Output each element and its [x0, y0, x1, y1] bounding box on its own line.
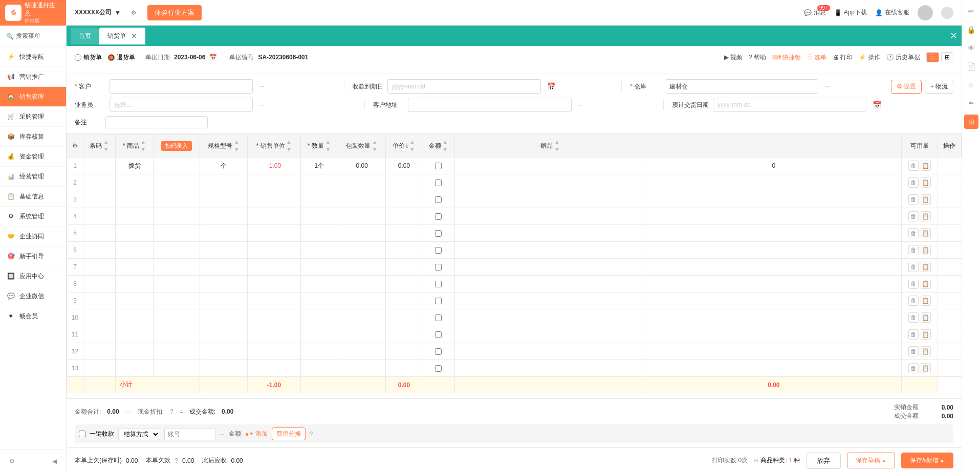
copy-icon[interactable]: 📋 — [921, 211, 931, 221]
gift-checkbox[interactable] — [435, 179, 442, 186]
right-icon-lock[interactable]: 🔒 — [964, 22, 978, 37]
customer-address-input[interactable] — [408, 98, 572, 112]
delete-icon[interactable]: 🗑 — [908, 312, 919, 323]
row-amount[interactable] — [386, 225, 422, 242]
row-amount[interactable] — [386, 259, 422, 276]
tab-sales[interactable]: 销货单 ✕ — [99, 28, 145, 44]
gift-checkbox[interactable] — [435, 264, 442, 271]
row-price[interactable] — [338, 360, 386, 377]
app-download-item[interactable]: 📱 App下载 — [834, 8, 867, 17]
delete-icon[interactable]: 🗑 — [908, 245, 919, 255]
row-gift[interactable] — [422, 157, 454, 174]
row-product[interactable] — [116, 174, 153, 191]
shortcut-btn[interactable]: ⌨快捷键 — [772, 53, 801, 62]
row-unit[interactable] — [200, 292, 247, 309]
topbar-gear-icon[interactable]: ⚙ — [127, 6, 141, 20]
row-qty[interactable] — [248, 191, 300, 208]
row-pack-qty[interactable] — [300, 174, 338, 191]
row-qty[interactable] — [248, 343, 300, 360]
th-scan[interactable]: 扫码录入 — [153, 134, 200, 157]
operation-btn[interactable]: ⚡操作 — [859, 53, 880, 62]
row-barcode[interactable] — [83, 208, 116, 225]
row-spec[interactable] — [153, 326, 200, 343]
row-qty[interactable] — [248, 174, 300, 191]
right-icon-grid[interactable]: ⊞ — [964, 115, 978, 129]
calendar-icon[interactable]: 📅 — [209, 54, 217, 61]
salesperson-input[interactable] — [110, 98, 253, 112]
row-amount[interactable] — [386, 292, 422, 309]
copy-icon[interactable]: 📋 — [921, 177, 931, 188]
row-amount[interactable] — [386, 309, 422, 326]
row-unit[interactable] — [200, 259, 247, 276]
row-barcode[interactable] — [83, 309, 116, 326]
row-unit[interactable] — [200, 360, 247, 377]
row-product[interactable] — [116, 225, 153, 242]
right-icon-star[interactable]: ☆ — [964, 78, 978, 92]
expense-help-icon[interactable]: ? — [310, 431, 313, 438]
scan-button[interactable]: 扫码录入 — [161, 141, 192, 151]
row-qty[interactable] — [248, 292, 300, 309]
row-product[interactable] — [116, 326, 153, 343]
notes-input[interactable] — [105, 116, 208, 128]
row-amount[interactable] — [386, 242, 422, 259]
company-selector[interactable]: XXXXXX公司 ▼ — [75, 8, 121, 17]
row-price[interactable] — [338, 292, 386, 309]
row-gift[interactable] — [422, 276, 454, 292]
list-view-btn[interactable]: ☰ — [926, 52, 939, 62]
save-draft-button[interactable]: 保存草稿 ▲ — [847, 453, 895, 468]
row-unit[interactable]: 个 — [200, 157, 247, 174]
right-icon-edit[interactable]: ✏ — [964, 4, 978, 18]
expected-date-calendar-icon[interactable]: 📅 — [873, 101, 881, 109]
video-btn[interactable]: ▶视频 — [724, 53, 743, 62]
row-unit[interactable] — [200, 191, 247, 208]
row-spec[interactable] — [153, 309, 200, 326]
experience-button[interactable]: 体验行业方案 — [147, 5, 202, 20]
warehouse-input[interactable] — [665, 79, 818, 94]
sidebar-item-sales-mgmt[interactable]: 🏠销售管理 — [0, 87, 66, 107]
row-price[interactable] — [338, 174, 386, 191]
print-btn[interactable]: 🖨打印 — [833, 53, 853, 62]
row-price[interactable] — [338, 191, 386, 208]
row-pack-qty[interactable] — [300, 191, 338, 208]
sidebar-item-enterprise[interactable]: 🤝企业协同 — [0, 227, 66, 246]
logistics-button[interactable]: + 物流 — [925, 80, 953, 94]
delete-icon[interactable]: 🗑 — [908, 262, 919, 272]
row-product[interactable] — [116, 360, 153, 377]
copy-icon[interactable]: 📋 — [921, 296, 931, 306]
history-btn[interactable]: 🕐历史单据 — [886, 53, 920, 62]
message-icon-item[interactable]: 💬 消息 99+ — [804, 8, 826, 17]
row-barcode[interactable] — [83, 276, 116, 292]
right-icon-eye[interactable]: 👁 — [964, 41, 978, 55]
row-barcode[interactable] — [83, 360, 116, 377]
row-price[interactable] — [338, 326, 386, 343]
row-qty[interactable] — [248, 309, 300, 326]
row-price[interactable] — [338, 276, 386, 292]
row-pack-qty[interactable] — [300, 309, 338, 326]
tab-close-icon[interactable]: ✕ — [131, 32, 137, 40]
row-unit[interactable] — [200, 276, 247, 292]
total-owed-help-icon[interactable]: ? — [175, 457, 178, 464]
delete-icon[interactable]: 🗑 — [908, 211, 919, 221]
sidebar-search[interactable]: 🔍 搜索菜单 — [0, 26, 66, 47]
row-pack-qty[interactable] — [300, 343, 338, 360]
copy-icon[interactable]: 📋 — [921, 245, 931, 255]
row-pack-qty[interactable] — [300, 276, 338, 292]
delete-icon[interactable]: 🗑 — [908, 177, 919, 188]
sidebar-item-basic-info[interactable]: 📋基础信息 — [0, 187, 66, 207]
row-gift[interactable] — [422, 326, 454, 343]
radio-sale[interactable]: 销货单 — [75, 53, 102, 62]
copy-icon[interactable]: 📋 — [921, 346, 931, 356]
row-qty[interactable] — [248, 326, 300, 343]
row-gift[interactable] — [422, 242, 454, 259]
row-spec[interactable] — [153, 292, 200, 309]
row-spec[interactable] — [153, 208, 200, 225]
payment-method-select[interactable]: 结算方式 — [118, 428, 160, 440]
row-gift[interactable] — [422, 259, 454, 276]
gift-checkbox[interactable] — [435, 163, 442, 169]
row-gift[interactable] — [422, 191, 454, 208]
row-price[interactable] — [338, 242, 386, 259]
row-product[interactable]: 拨货 — [116, 157, 153, 174]
row-unit[interactable] — [200, 242, 247, 259]
row-product[interactable] — [116, 343, 153, 360]
tab-home[interactable]: 首页 — [71, 28, 99, 44]
